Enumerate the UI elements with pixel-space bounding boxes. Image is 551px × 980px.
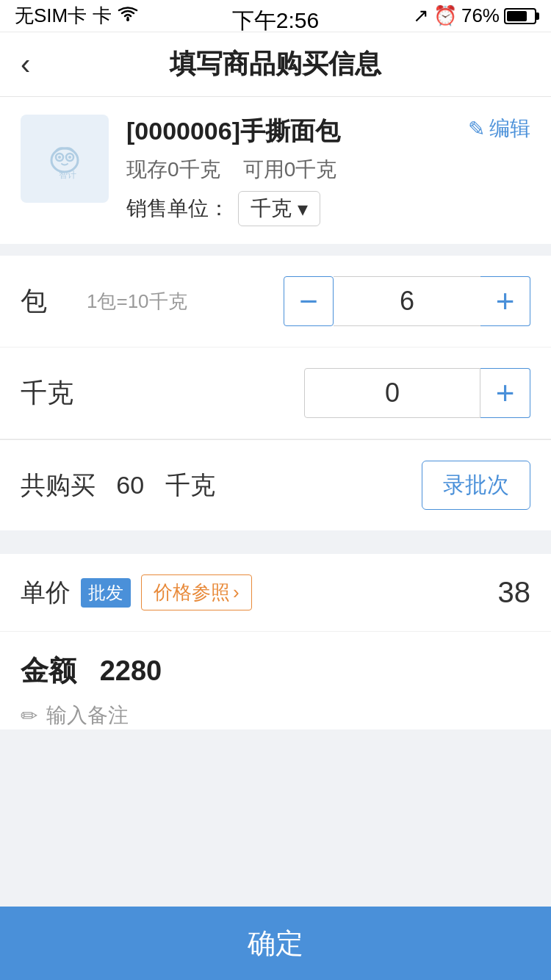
price-ref-button[interactable]: 价格参照 › — [141, 574, 252, 610]
product-stock: 现存0千克 可用0千克 — [126, 156, 530, 184]
wifi-icon — [118, 4, 138, 27]
nav-bar: ‹ 填写商品购买信息 — [0, 32, 551, 97]
price-section: 单价 批发 价格参照 › 38 — [0, 554, 551, 632]
product-image: 智计 — [21, 115, 109, 203]
qty-row-bag: 包 1包=10千克 − + — [0, 256, 551, 347]
qty-plus-kg[interactable]: + — [480, 368, 530, 418]
sim-card-icon: 卡 — [93, 3, 112, 29]
status-right: ↗ ⏰ 76% — [413, 4, 536, 27]
qty-controls-kg: + — [304, 368, 530, 418]
page-title: 填写商品购买信息 — [170, 46, 381, 82]
section-divider — [0, 542, 551, 554]
qty-plus-bag[interactable]: + — [480, 276, 530, 326]
qty-row-kg: 千克 + — [0, 347, 551, 439]
unit-dropdown-icon: ▾ — [298, 197, 308, 221]
edit-label: 编辑 — [489, 115, 530, 143]
amount-value: 2280 — [100, 655, 162, 686]
amount-label: 金额 — [21, 655, 76, 686]
svg-text:智计: 智计 — [59, 170, 76, 180]
carrier-text: 无SIM卡 — [15, 3, 87, 29]
qty-label-bag: 包 — [21, 284, 79, 320]
confirm-button-label: 确定 — [248, 925, 303, 962]
price-label: 单价 — [21, 576, 71, 610]
unit-value: 千克 — [251, 195, 292, 223]
unit-select[interactable]: 千克 ▾ — [238, 191, 320, 226]
alarm-icon: ⏰ — [433, 4, 457, 27]
svg-point-0 — [126, 18, 129, 21]
time-display: 下午2:56 — [232, 6, 319, 36]
remark-placeholder: 输入备注 — [46, 702, 129, 729]
svg-point-5 — [68, 156, 71, 159]
edit-icon: ✎ — [468, 117, 485, 141]
quantity-section: 包 1包=10千克 − + 千克 + — [0, 256, 551, 439]
svg-point-1 — [51, 148, 78, 172]
confirm-bar[interactable]: 确定 — [0, 907, 551, 980]
svg-point-4 — [58, 156, 61, 159]
status-bar: 无SIM卡 卡 下午2:56 ↗ ⏰ 76% — [0, 0, 551, 32]
amount-section: 金额 2280 ✏ 输入备注 — [0, 632, 551, 729]
qty-hint-bag: 1包=10千克 — [87, 289, 284, 314]
remark-icon: ✏ — [21, 704, 37, 728]
batch-button[interactable]: 录批次 — [422, 461, 530, 510]
unit-row: 销售单位： 千克 ▾ — [126, 191, 530, 226]
battery-percent: 76% — [461, 4, 500, 27]
total-label: 共购买 — [21, 471, 96, 499]
price-ref-arrow: › — [233, 581, 240, 604]
status-left: 无SIM卡 卡 — [15, 3, 138, 29]
total-unit: 千克 — [165, 471, 215, 499]
total-text: 共购买 60 千克 — [21, 469, 215, 502]
unit-label: 销售单位： — [126, 195, 229, 223]
stock-text: 现存0千克 — [126, 158, 220, 181]
battery-icon — [504, 8, 536, 24]
price-value: 38 — [498, 576, 531, 609]
back-button[interactable]: ‹ — [21, 48, 30, 81]
available-text: 可用0千克 — [243, 158, 337, 181]
location-icon: ↗ — [413, 4, 429, 27]
edit-button[interactable]: ✎ 编辑 — [468, 115, 530, 143]
remark-row[interactable]: ✏ 输入备注 — [21, 702, 530, 729]
qty-minus-bag[interactable]: − — [284, 276, 334, 326]
qty-input-kg[interactable] — [304, 368, 480, 418]
price-ref-label: 价格参照 — [154, 580, 230, 605]
qty-controls-bag: − + — [284, 276, 530, 326]
qty-input-bag[interactable] — [334, 276, 480, 326]
amount-text: 金额 2280 — [21, 652, 530, 690]
total-value: 60 — [116, 471, 144, 499]
total-row: 共购买 60 千克 录批次 — [0, 439, 551, 530]
price-type-tag: 批发 — [81, 578, 131, 608]
qty-label-kg: 千克 — [21, 375, 79, 411]
product-card: 智计 [0000006]手撕面包 现存0千克 可用0千克 销售单位： 千克 ▾ … — [0, 97, 551, 244]
